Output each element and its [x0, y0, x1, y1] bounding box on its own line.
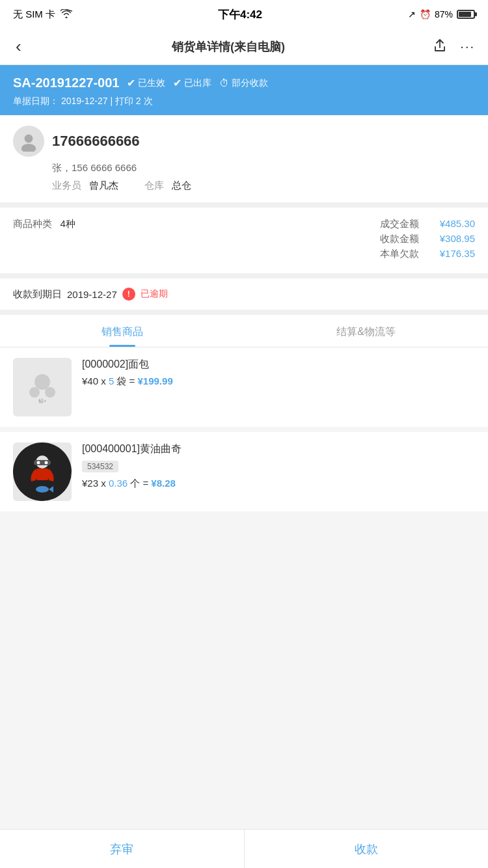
- status-effective: ✔ 已生效: [127, 77, 165, 89]
- header-banner: SA-20191227-001 ✔ 已生效 ✔ 已出库 ⏱ 部分收款 单据日期：…: [0, 65, 488, 115]
- status-time: 下午4:42: [218, 7, 262, 22]
- summary-deal: 成交金额 ¥485.30: [380, 218, 475, 230]
- due-section: 收款到期日 2019-12-27 ! 已逾期: [0, 278, 488, 315]
- status-right: ↗ ⏰ 87%: [408, 9, 475, 20]
- status-shipped: ✔ 已出库: [173, 77, 211, 89]
- tabs-row: 销售商品 结算&物流等: [0, 315, 488, 347]
- svg-point-0: [25, 135, 33, 143]
- product-price-row-1: ¥40 x 5 袋 = ¥199.99: [82, 375, 475, 388]
- overdue-icon: !: [122, 288, 135, 301]
- tab-sales-goods[interactable]: 销售商品: [0, 315, 244, 347]
- overdue-text: 已逾期: [141, 288, 168, 300]
- product-price-row-2: ¥23 x 0.36 个 = ¥8.28: [82, 478, 475, 490]
- share-button[interactable]: [433, 38, 447, 55]
- svg-point-10: [37, 461, 40, 465]
- check-icon-2: ✔: [173, 77, 182, 89]
- battery-percent: 87%: [435, 9, 453, 20]
- customer-section: 17666666666 张，156 6666 6666 业务员 曾凡杰 仓库 总…: [0, 115, 488, 208]
- order-id: SA-20191227-001: [13, 75, 119, 90]
- tabs-section: 销售商品 结算&物流等: [0, 315, 488, 347]
- clock-icon: ⏱: [219, 77, 229, 88]
- products-section: 鲸+ [0000002]面包 ¥40 x 5 袋 = ¥199.99: [0, 347, 488, 511]
- summary-owed: 本单欠款 ¥176.35: [380, 248, 475, 260]
- status-bar: 无 SIM 卡 下午4:42 ↗ ⏰ 87%: [0, 0, 488, 29]
- svg-point-3: [29, 387, 40, 398]
- customer-detail-row: 业务员 曾凡杰 仓库 总仓: [52, 180, 475, 192]
- product-image-1: 鲸+: [13, 358, 72, 416]
- product-info-1: [0000002]面包 ¥40 x 5 袋 = ¥199.99: [82, 358, 475, 388]
- alarm-icon: ⏰: [420, 9, 431, 20]
- nav-title: 销货单详情(来自电脑): [172, 39, 285, 55]
- customer-name-phone: 张，156 6666 6666: [52, 162, 475, 174]
- svg-point-12: [36, 486, 49, 493]
- svg-rect-9: [34, 460, 51, 465]
- customer-avatar: [13, 126, 44, 157]
- header-meta: 单据日期： 2019-12-27 | 打印 2 次: [13, 96, 475, 107]
- wifi-icon: [61, 9, 72, 20]
- cancel-button[interactable]: 弃审: [0, 830, 245, 868]
- more-button[interactable]: ···: [460, 39, 475, 54]
- product-image-2: [13, 442, 72, 501]
- customer-phone: 17666666666: [52, 133, 140, 150]
- customer-row: 17666666666: [13, 126, 475, 157]
- summary-left: 商品种类 4种: [13, 218, 75, 230]
- product-sku-2: 534532: [82, 461, 118, 472]
- due-date: 2019-12-27: [67, 289, 117, 300]
- summary-row: 商品种类 4种 成交金额 ¥485.30 收款金额 ¥308.95 本单欠款 ¥…: [13, 218, 475, 263]
- nav-actions: ···: [433, 38, 475, 55]
- header-order-row: SA-20191227-001 ✔ 已生效 ✔ 已出库 ⏱ 部分收款: [13, 75, 475, 90]
- battery-icon: [457, 10, 475, 19]
- svg-point-4: [45, 387, 55, 398]
- product-card: 鲸+ [0000002]面包 ¥40 x 5 袋 = ¥199.99: [0, 347, 488, 427]
- salesperson-section: 业务员 曾凡杰: [52, 180, 118, 192]
- carrier-label: 无 SIM 卡: [13, 8, 55, 21]
- status-left: 无 SIM 卡: [13, 8, 72, 21]
- summary-section: 商品种类 4种 成交金额 ¥485.30 收款金额 ¥308.95 本单欠款 ¥…: [0, 208, 488, 278]
- location-icon: ↗: [408, 9, 416, 20]
- back-button[interactable]: ‹: [13, 36, 24, 57]
- warehouse-section: 仓库 总仓: [144, 180, 191, 192]
- svg-rect-8: [36, 468, 49, 480]
- nav-bar: ‹ 销货单详情(来自电脑) ···: [0, 29, 488, 65]
- svg-text:鲸+: 鲸+: [38, 398, 47, 404]
- confirm-button[interactable]: 收款: [245, 830, 489, 868]
- svg-point-2: [34, 374, 50, 390]
- due-label: 收款到期日: [13, 288, 62, 301]
- status-partial: ⏱ 部分收款: [219, 77, 268, 89]
- product-card-2: [000400001]黄油曲奇 534532 ¥23 x 0.36 个 = ¥8…: [0, 432, 488, 511]
- svg-point-1: [21, 144, 36, 152]
- check-icon-1: ✔: [127, 77, 135, 89]
- product-name-2: [000400001]黄油曲奇: [82, 442, 475, 456]
- tab-settlement[interactable]: 结算&物流等: [244, 315, 488, 347]
- product-info-2: [000400001]黄油曲奇 534532 ¥23 x 0.36 个 = ¥8…: [82, 442, 475, 490]
- bottom-bar: 弃审 收款: [0, 829, 488, 868]
- svg-point-11: [45, 461, 48, 465]
- product-name-1: [0000002]面包: [82, 358, 475, 372]
- summary-received: 收款金额 ¥308.95: [380, 233, 475, 245]
- summary-right: 成交金额 ¥485.30 收款金额 ¥308.95 本单欠款 ¥176.35: [380, 218, 475, 263]
